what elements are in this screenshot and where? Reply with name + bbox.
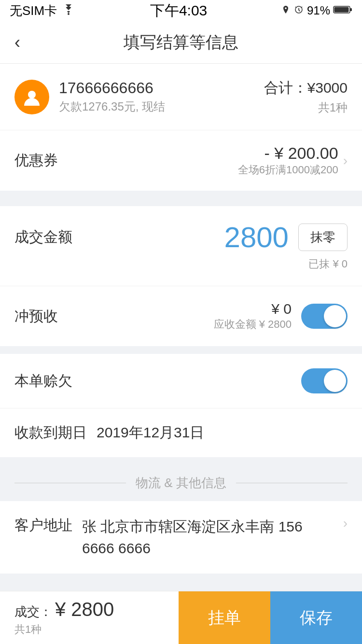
save-button[interactable]: 保存	[270, 591, 362, 644]
svg-rect-3	[350, 8, 352, 11]
divider-2	[0, 346, 362, 354]
bottom-deal-label: 成交：	[14, 603, 52, 620]
customer-row: 17666666666 欠款1276.35元, 现结 合计：¥3000 共1种	[0, 64, 362, 130]
address-label: 客户地址	[14, 516, 72, 535]
alarm-icon	[293, 4, 304, 17]
prepay-amount: ¥ 0	[214, 301, 292, 317]
customer-info: 17666666666 欠款1276.35元, 现结	[59, 79, 165, 114]
prepay-section: 冲预收 ¥ 0 应收金额 ¥ 2800	[0, 286, 362, 346]
bottom-deal-row: 成交： ¥ 2800	[14, 599, 164, 620]
wifi-icon	[61, 3, 76, 18]
battery-text: 91%	[307, 4, 330, 17]
credit-toggle[interactable]	[301, 368, 348, 393]
status-right: 91%	[281, 4, 352, 17]
customer-left: 17666666666 欠款1276.35元, 现结	[14, 79, 165, 114]
customer-card: 17666666666 欠款1276.35元, 现结 合计：¥3000 共1种 …	[0, 64, 362, 191]
deal-right: 2800 抹零	[224, 221, 348, 254]
avatar	[14, 80, 49, 114]
prepay-right: ¥ 0 应收金额 ¥ 2800	[214, 301, 348, 332]
hold-button[interactable]: 挂单	[179, 591, 270, 644]
address-value: 张 北京市市辖区海淀区永丰南 156 6666 6666	[82, 516, 338, 559]
deal-amount-row: 成交金额 2800 抹零 已抹 ¥ 0	[0, 206, 362, 286]
coupon-label: 优惠券	[14, 151, 58, 170]
logistics-line-left	[14, 483, 126, 483]
coupon-row[interactable]: 优惠券 - ¥ 200.00 全场6折满1000减200 ›	[0, 130, 362, 191]
bottom-count: 共1种	[14, 622, 164, 637]
nav-bar: ‹ 填写结算等信息	[0, 21, 362, 64]
deal-section: 成交金额 2800 抹零 已抹 ¥ 0 冲预收 ¥ 0 应收金额 ¥ 2800	[0, 206, 362, 346]
page-title: 填写结算等信息	[124, 31, 238, 54]
no-sim-text: 无SIM卡	[10, 2, 57, 19]
svg-point-0	[68, 13, 70, 15]
divider-1	[0, 198, 362, 206]
prepay-toggle[interactable]	[301, 304, 348, 329]
logistics-line-right	[236, 483, 348, 483]
address-section[interactable]: 客户地址 张 北京市市辖区海淀区永丰南 156 6666 6666 ›	[0, 501, 362, 574]
total-amount: 合计：¥3000	[264, 78, 348, 98]
deal-label: 成交金额	[14, 227, 72, 247]
logistics-divider: 物流 & 其他信息	[0, 465, 362, 501]
deal-amount-value: 2800	[224, 221, 289, 254]
status-bar: 无SIM卡 下午4:03 91%	[0, 0, 362, 21]
prepay-label: 冲预收	[14, 307, 58, 326]
duedate-row: 收款到期日 2019年12月31日	[14, 423, 348, 443]
prepay-amount-block: ¥ 0 应收金额 ¥ 2800	[214, 301, 292, 332]
credit-label: 本单赊欠	[14, 371, 72, 391]
deal-row: 成交金额 2800 抹零	[14, 221, 348, 254]
location-icon	[281, 4, 291, 17]
chevron-right-icon: ›	[343, 153, 348, 168]
back-button[interactable]: ‹	[14, 32, 20, 53]
duedate-label: 收款到期日	[14, 423, 87, 443]
svg-point-5	[28, 91, 36, 98]
svg-rect-4	[334, 7, 348, 13]
status-left: 无SIM卡	[10, 2, 76, 19]
customer-phone: 17666666666	[59, 79, 165, 97]
status-time: 下午4:03	[150, 1, 207, 21]
battery-icon	[333, 4, 352, 17]
bottom-bar: 成交： ¥ 2800 共1种 挂单 保存	[0, 591, 362, 644]
credit-section: 本单赊欠	[0, 354, 362, 408]
bottom-deal-amount: ¥ 2800	[55, 599, 114, 620]
customer-total: 合计：¥3000 共1种	[264, 78, 348, 115]
coupon-info: - ¥ 200.00 全场6折满1000减200	[238, 144, 338, 177]
divider-3	[0, 457, 362, 465]
coupon-amount: - ¥ 200.00	[238, 144, 338, 163]
customer-debt: 欠款1276.35元, 现结	[59, 99, 165, 114]
round-button[interactable]: 抹零	[298, 224, 348, 251]
coupon-desc: 全场6折满1000减200	[238, 163, 338, 177]
prepay-desc: 应收金额 ¥ 2800	[214, 317, 292, 332]
bottom-summary: 成交： ¥ 2800 共1种	[0, 599, 179, 637]
logistics-text: 物流 & 其他信息	[136, 475, 226, 491]
duedate-section: 收款到期日 2019年12月31日	[0, 408, 362, 457]
deal-sub-text: 已抹 ¥ 0	[14, 257, 348, 271]
coupon-right: - ¥ 200.00 全场6折满1000减200 ›	[238, 144, 348, 177]
prepay-row: 冲预收 ¥ 0 应收金额 ¥ 2800	[14, 301, 348, 332]
total-count: 共1种	[264, 100, 348, 115]
address-chevron-icon: ›	[343, 516, 348, 531]
content-area: 17666666666 欠款1276.35元, 现结 合计：¥3000 共1种 …	[0, 64, 362, 644]
duedate-value: 2019年12月31日	[97, 423, 204, 443]
